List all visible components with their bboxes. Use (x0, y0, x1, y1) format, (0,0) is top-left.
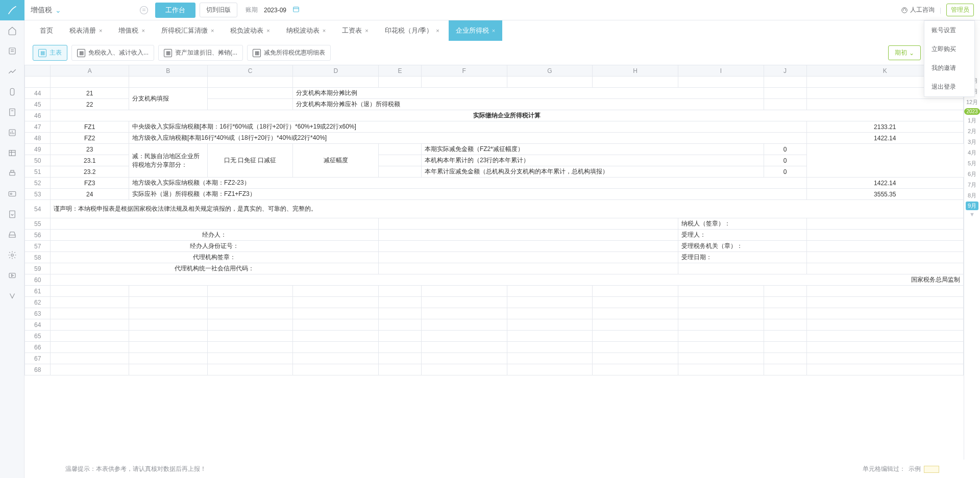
cell[interactable] (764, 353, 806, 364)
cell[interactable] (678, 308, 764, 319)
nav-card-icon[interactable] (0, 184, 24, 204)
cell[interactable]: 21 (51, 88, 129, 99)
cell[interactable]: 24 (51, 189, 129, 200)
cell[interactable]: 经办人： (51, 230, 379, 241)
cell[interactable] (51, 77, 129, 88)
row-header[interactable]: 68 (25, 364, 51, 375)
col-header-D[interactable]: D (293, 65, 379, 77)
cell[interactable] (379, 308, 422, 319)
cell[interactable] (806, 308, 963, 319)
tab-1[interactable]: 税表清册× (62, 20, 109, 41)
row-header[interactable]: 59 (25, 263, 51, 274)
cell[interactable] (806, 230, 963, 241)
cell[interactable]: 地方级收入应纳税额[本期16行*40%或（18行+20行）*40%或22行*40… (129, 133, 807, 144)
row-header[interactable]: 60 (25, 274, 51, 286)
cell[interactable] (421, 297, 507, 308)
cell[interactable] (764, 77, 806, 88)
cell[interactable] (379, 342, 422, 353)
cell[interactable] (293, 342, 379, 353)
cell[interactable] (207, 353, 293, 364)
col-header-F[interactable]: F (421, 65, 507, 77)
cell[interactable] (421, 319, 507, 331)
cell[interactable] (593, 353, 678, 364)
cell[interactable] (806, 252, 963, 263)
row-header[interactable]: 67 (25, 353, 51, 364)
cell[interactable] (678, 286, 764, 297)
timeline-month[interactable]: 2月 (968, 127, 976, 136)
subtab-3[interactable]: ▦减免所得税优惠明细表 (247, 45, 331, 61)
cell[interactable] (207, 77, 293, 88)
cell[interactable]: 实际应补（退）所得税额（本期：FZ1+FZ3） (129, 189, 807, 200)
row-header[interactable]: 65 (25, 331, 51, 342)
cell[interactable] (806, 353, 963, 364)
timeline-month[interactable]: 12月 (966, 97, 978, 107)
nav-v-icon[interactable] (0, 286, 24, 306)
cell[interactable] (678, 319, 764, 331)
row-header[interactable]: 61 (25, 286, 51, 297)
cell[interactable]: 减征幅度 (293, 144, 379, 178)
cell[interactable] (207, 99, 293, 110)
cell[interactable] (806, 297, 963, 308)
cell[interactable]: 受理税务机关（章）： (678, 241, 806, 252)
nav-settings-icon[interactable] (0, 245, 24, 265)
cell[interactable]: 23 (51, 144, 129, 155)
cell[interactable] (293, 308, 379, 319)
cell[interactable] (421, 342, 507, 353)
cell[interactable]: 受理日期： (678, 252, 806, 263)
cell[interactable] (593, 308, 678, 319)
cell[interactable] (129, 353, 208, 364)
row-header[interactable]: 58 (25, 252, 51, 263)
cell[interactable] (379, 241, 678, 252)
cell[interactable] (764, 297, 806, 308)
cell[interactable] (507, 319, 593, 331)
cell[interactable] (806, 319, 963, 331)
cell[interactable]: 代理机构统一社会信用代码： (51, 263, 379, 274)
nav-video-icon[interactable] (0, 265, 24, 286)
cell[interactable] (806, 218, 963, 230)
cell[interactable] (507, 342, 593, 353)
close-icon[interactable]: × (492, 28, 495, 34)
tab-0[interactable]: 首页 (33, 20, 60, 41)
cell[interactable] (379, 252, 678, 263)
timeline-down-icon[interactable]: ▼ (969, 211, 975, 217)
timeline-month[interactable]: 9月 (966, 202, 978, 210)
tab-2[interactable]: 增值税× (111, 20, 152, 41)
cell[interactable] (379, 353, 422, 364)
timeline-month[interactable]: 8月 (968, 191, 976, 200)
cell[interactable] (421, 331, 507, 342)
tab-3[interactable]: 所得税汇算清缴× (154, 20, 221, 41)
cell[interactable]: 谨声明：本纳税申报表是根据国家税收法律法规及相关规定填报的，是真实的、可靠的、完… (51, 200, 964, 218)
cell[interactable]: FZ3 (51, 178, 129, 189)
cell[interactable] (129, 297, 208, 308)
cell[interactable]: 本年累计应减免金额（总机构及分支机构的本年累计，总机构填报） (421, 166, 764, 178)
cell[interactable]: 减：民族自治地区企业所得税地方分享部分： (129, 144, 208, 178)
cell[interactable] (678, 342, 764, 353)
cell[interactable]: 0 (764, 144, 806, 155)
cell[interactable] (806, 263, 963, 274)
menu-account-settings[interactable]: 账号设置 (924, 21, 974, 40)
timeline-month[interactable]: 1月 (968, 116, 976, 125)
cell[interactable]: 国家税务总局监制 (51, 274, 964, 286)
col-header-B[interactable]: B (129, 65, 208, 77)
cell[interactable] (806, 241, 963, 252)
cell[interactable] (207, 364, 293, 375)
cell[interactable] (379, 218, 678, 230)
cell[interactable] (678, 364, 764, 375)
cell[interactable] (507, 353, 593, 364)
cell[interactable]: 本机构本年累计的（23行的本年累计） (421, 155, 764, 166)
cell[interactable]: 0 (764, 166, 806, 178)
cell[interactable]: 0 (764, 155, 806, 166)
cell[interactable] (507, 286, 593, 297)
col-header-J[interactable]: J (764, 65, 806, 77)
cell[interactable] (593, 77, 678, 88)
nav-print-icon[interactable] (0, 163, 24, 184)
cell[interactable] (129, 308, 208, 319)
cell[interactable] (51, 286, 129, 297)
row-header[interactable] (25, 77, 51, 88)
row-header[interactable]: 56 (25, 230, 51, 241)
col-header-H[interactable]: H (593, 65, 678, 77)
tab-5[interactable]: 纳税波动表× (279, 20, 333, 41)
cell[interactable] (421, 364, 507, 375)
nav-export-icon[interactable] (0, 204, 24, 224)
cell[interactable] (51, 218, 379, 230)
